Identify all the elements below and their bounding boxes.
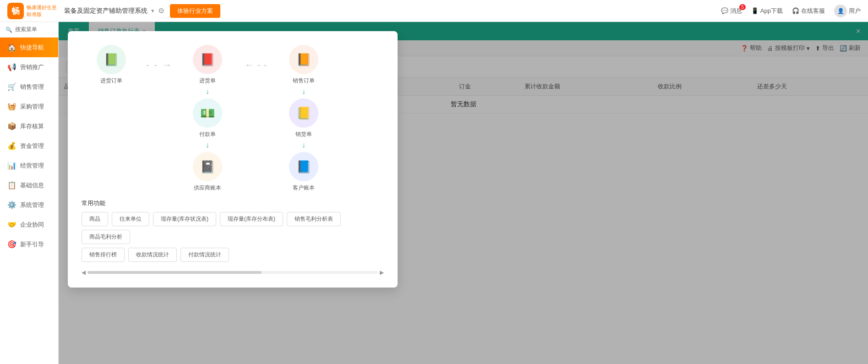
- sidebar-item-operations-label: 经营管理: [20, 162, 44, 170]
- user-btn[interactable]: 👤 用户: [834, 5, 861, 17]
- scroll-right-icon[interactable]: ▶: [380, 269, 384, 276]
- customer-account-icon: 📘: [296, 160, 311, 174]
- sidebar-item-guide[interactable]: 🎯 新手引导: [0, 234, 58, 254]
- payment-icon: 💵: [200, 106, 215, 120]
- func-btn-payment-stats[interactable]: 付款情况统计: [180, 248, 229, 262]
- supplier-account-label: 供应商账本: [194, 184, 221, 192]
- func-btn-product-margin[interactable]: 商品毛利分析: [82, 230, 130, 244]
- sidebar-item-quick-nav-label: 快捷导航: [20, 43, 44, 52]
- main-area: 🔍 搜索菜单 🏠 快捷导航 📢 营销推广 🛒 销售管理 🧺 采购管理 📦: [0, 22, 868, 364]
- func-btn-partner[interactable]: 往来单位: [112, 212, 149, 226]
- func-btn-stock-dist[interactable]: 现存量(库存分布表): [220, 212, 283, 226]
- search-menu-label: 搜索菜单: [15, 26, 37, 33]
- search-menu-btn[interactable]: 🔍 搜索菜单: [0, 22, 58, 38]
- purchase-bill-icon: 📕: [200, 53, 215, 67]
- common-functions-title: 常用功能: [82, 199, 384, 207]
- sidebar-item-purchase[interactable]: 🧺 采购管理: [0, 97, 58, 116]
- sales-order-label: 销售订单: [293, 77, 315, 85]
- supplier-account-icon: 📓: [200, 160, 215, 174]
- system-title: 装备及固定资产辅助管理系统: [64, 7, 147, 15]
- home-icon: 🏠: [7, 43, 16, 52]
- sidebar-item-operations[interactable]: 📊 经营管理: [0, 156, 58, 175]
- customer-account-circle: 📘: [289, 152, 318, 181]
- overlay[interactable]: 📗 进货订单 - - → 📕 进货单 ← - -: [59, 22, 868, 364]
- purchase-bill-circle: 📕: [193, 45, 222, 74]
- arrow-sales-bill-to-order: ← - -: [245, 59, 267, 71]
- sales-icon: 🛒: [7, 82, 16, 91]
- sales-bill-icon: 📒: [296, 106, 311, 120]
- sales-bill-node: 📒 销货单: [289, 98, 318, 138]
- payment-label: 付款单: [199, 130, 216, 138]
- sidebar-item-capital[interactable]: 💰 资金管理: [0, 136, 58, 156]
- guide-icon: 🎯: [7, 240, 16, 249]
- sidebar-item-sys-label: 系统管理: [20, 201, 44, 209]
- app-download-label: App下载: [760, 7, 783, 15]
- sidebar-item-marketing-label: 营销推广: [20, 63, 44, 71]
- purchase-bill-node: 📕 进货单: [193, 45, 222, 85]
- logo-text: 畅康通好生意标准版: [27, 4, 57, 17]
- sidebar-item-enterprise-label: 企业协同: [20, 221, 44, 229]
- gear-icon[interactable]: ⚙: [158, 6, 164, 15]
- sales-bill-circle: 📒: [289, 98, 318, 128]
- sidebar-item-enterprise[interactable]: 🤝 企业协同: [0, 215, 58, 234]
- sales-order-node: 📙 销售订单: [289, 45, 318, 85]
- scroll-left-icon[interactable]: ◀: [82, 269, 86, 276]
- func-btn-product[interactable]: 商品: [82, 212, 108, 226]
- func-btn-receipt-stats[interactable]: 收款情况统计: [128, 248, 177, 262]
- sidebar-item-basic-info[interactable]: 📋 基础信息: [0, 175, 58, 195]
- purchase-order-icon: 📗: [104, 53, 119, 67]
- arrow-down-sales: ↓: [302, 87, 306, 96]
- purchase-order-node: 📗 进货订单: [97, 45, 126, 85]
- headset-icon: 🎧: [792, 7, 799, 14]
- sidebar-item-guide-label: 新手引导: [20, 240, 44, 249]
- sidebar-item-inventory[interactable]: 📦 库存核算: [0, 116, 58, 136]
- payment-node: 💵 付款单: [193, 98, 222, 138]
- sys-icon: ⚙️: [7, 201, 16, 209]
- trial-button[interactable]: 体验行业方案: [170, 4, 220, 18]
- sidebar: 🔍 搜索菜单 🏠 快捷导航 📢 营销推广 🛒 销售管理 🧺 采购管理 📦: [0, 22, 59, 364]
- supplier-account-circle: 📓: [193, 152, 222, 181]
- purchase-bill-label: 进货单: [199, 77, 216, 85]
- workflow-diagram: 📗 进货订单 - - → 📕 进货单 ← - -: [82, 45, 384, 192]
- inventory-icon: 📦: [7, 122, 16, 130]
- scrollbar-thumb[interactable]: [87, 271, 262, 274]
- user-label: 用户: [849, 7, 861, 15]
- marketing-icon: 📢: [7, 63, 16, 71]
- function-buttons-row1: 商品 往来单位 现存量(库存状况表) 现存量(库存分布表) 销售毛利分析表 商品…: [82, 212, 384, 244]
- function-buttons-row2: 销售排行榜 收款情况统计 付款情况统计: [82, 248, 384, 262]
- enterprise-icon: 🤝: [7, 220, 16, 229]
- sidebar-item-sys[interactable]: ⚙️ 系统管理: [0, 195, 58, 215]
- popup-scrollbar: ◀ ▶: [82, 269, 384, 276]
- app-download-icon: 📱: [751, 7, 759, 14]
- func-btn-stock-status[interactable]: 现存量(库存状况表): [153, 212, 216, 226]
- app-download-btn[interactable]: 📱 App下载: [751, 7, 783, 15]
- sidebar-item-sales-label: 销售管理: [20, 83, 44, 91]
- sidebar-item-marketing[interactable]: 📢 营销推广: [0, 57, 58, 77]
- func-btn-sales-margin[interactable]: 销售毛利分析表: [287, 212, 341, 226]
- search-icon: 🔍: [5, 27, 12, 33]
- customer-service-label: 在线客服: [801, 7, 825, 15]
- purchase-icon: 🧺: [7, 102, 16, 111]
- sales-order-icon: 📙: [296, 53, 311, 67]
- arrow-down-purchase: ↓: [206, 87, 209, 96]
- sidebar-item-sales[interactable]: 🛒 销售管理: [0, 77, 58, 97]
- title-arrow-icon: ▾: [151, 7, 154, 14]
- operations-icon: 📊: [7, 161, 16, 170]
- sidebar-item-purchase-label: 采购管理: [20, 103, 44, 111]
- basic-info-icon: 📋: [7, 181, 16, 190]
- purchase-order-label: 进货订单: [100, 77, 122, 85]
- common-functions-section: 常用功能 商品 往来单位 现存量(库存状况表) 现存量(库存分布表) 销售毛利分…: [82, 199, 384, 262]
- arrow-down-payment: ↓: [206, 141, 209, 149]
- message-btn[interactable]: 💬 消息 5: [721, 7, 742, 15]
- capital-icon: 💰: [7, 141, 16, 150]
- sidebar-item-quick-nav[interactable]: 🏠 快捷导航: [0, 38, 58, 57]
- purchase-order-circle: 📗: [97, 45, 126, 74]
- sidebar-item-capital-label: 资金管理: [20, 142, 44, 150]
- customer-account-node: 📘 客户账本: [289, 152, 318, 192]
- customer-service-btn[interactable]: 🎧 在线客服: [792, 7, 825, 15]
- app-wrapper: 畅 畅康通好生意标准版 装备及固定资产辅助管理系统 ▾ ⚙ 体验行业方案 💬 消…: [0, 0, 868, 364]
- top-right-actions: 💬 消息 5 📱 App下载 🎧 在线客服 👤 用户: [721, 5, 861, 17]
- payment-circle: 💵: [193, 98, 222, 128]
- func-btn-sales-rank[interactable]: 销售排行榜: [82, 248, 125, 262]
- logo-area: 畅 畅康通好生意标准版: [7, 3, 57, 19]
